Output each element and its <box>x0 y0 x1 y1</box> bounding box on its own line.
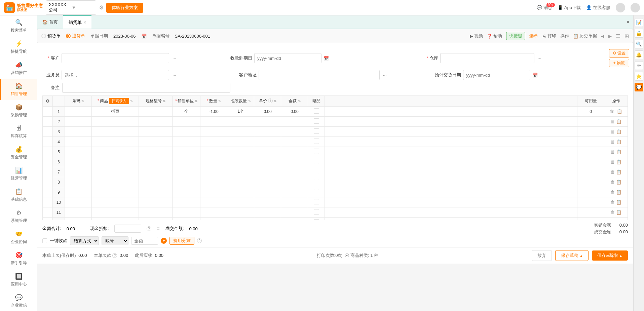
app-center-icon: 🔲 <box>15 273 23 280</box>
action-history[interactable]: 📋 历史单据 <box>573 33 597 39</box>
settings-icon[interactable]: ⚙ <box>99 4 104 11</box>
expected-date-input[interactable] <box>463 70 530 80</box>
sidebar-item-marketing[interactable]: 📣 营销推广 <box>0 58 37 79</box>
avatar2[interactable] <box>631 3 640 12</box>
tab-close-icon[interactable]: × <box>84 20 86 25</box>
company-selector[interactable]: XXXXXX公司 ▼ <box>46 0 96 15</box>
online-service-item[interactable]: 👤 在线客服 <box>586 5 610 11</box>
settings-side-button[interactable]: ⚙ 设置 <box>609 49 629 57</box>
wechat-icon: 💬 <box>15 294 23 301</box>
note-input[interactable] <box>62 83 230 93</box>
salesperson-input[interactable] <box>62 70 169 80</box>
action-select[interactable]: 选单 <box>529 33 538 39</box>
sidebar-item-purchase[interactable]: 📦 采购管理 <box>0 100 37 121</box>
tab-sales-order[interactable]: 销货单 × <box>63 15 91 29</box>
avatar[interactable] <box>616 3 625 12</box>
th-settings[interactable]: ⚙ <box>43 96 53 107</box>
view-list-icon[interactable]: ☰ <box>616 33 620 39</box>
product-type-icon[interactable]: ☉ <box>345 253 349 258</box>
trial-button[interactable]: 体验行业方案 <box>106 3 143 13</box>
action-help[interactable]: ❓ 帮助 <box>487 33 502 39</box>
salesperson-dots-icon[interactable]: ··· <box>171 73 178 78</box>
row1-product[interactable]: 拆页 <box>92 107 139 117</box>
message-item[interactable]: 💬 消息 99+ <box>537 5 552 11</box>
right-panel-btn-7[interactable]: 💬 <box>635 83 643 91</box>
save-draft-button[interactable]: 保存草稿 ▲ <box>555 250 589 261</box>
customer-input[interactable] <box>62 53 169 63</box>
payment-account-select[interactable]: 账号 <box>102 236 128 245</box>
sidebar-item-app[interactable]: 🔲 应用中心 <box>0 269 37 290</box>
right-panel-btn-2[interactable]: 🔒 <box>635 29 643 38</box>
th-qty: *数量 ⇅ <box>200 96 227 107</box>
row1-delete-btn[interactable]: 🗑 <box>609 108 615 115</box>
draft-arrow-icon[interactable]: ▲ <box>580 254 583 258</box>
sidebar-item-inventory[interactable]: 🗄 库存核算 <box>0 121 37 142</box>
row1-gift[interactable] <box>308 107 325 117</box>
abandon-button[interactable]: 放弃 <box>532 250 552 261</box>
add-payment-button[interactable]: + <box>161 238 167 244</box>
due-date-label: 收款到期日 <box>230 55 252 61</box>
cash-discount-input[interactable] <box>114 225 141 233</box>
nav-next-icon[interactable]: ▶ <box>608 34 612 39</box>
logistics-button[interactable]: + 物流 <box>609 59 629 67</box>
action-op[interactable]: 操作 <box>560 33 569 39</box>
one-click-checkbox[interactable] <box>42 238 47 243</box>
row1-unit[interactable]: 个 <box>173 107 200 117</box>
radio-return-label: 退货单 <box>72 33 85 39</box>
fee-split-button[interactable]: 费用分摊 <box>169 237 194 245</box>
row1-qty[interactable]: -1.00 <box>200 107 227 117</box>
due-date-input[interactable] <box>254 53 321 63</box>
footer-left: 本单上欠(保存时) 0.00 本单欠款 ? 0.00 此后应收 0.00 <box>42 252 163 259</box>
save-new-arrow-icon[interactable]: ▲ <box>619 254 622 258</box>
address-input[interactable] <box>259 70 380 80</box>
radio-sales[interactable]: 销货单 <box>41 33 61 39</box>
scan-button[interactable]: 扫码录入 <box>109 98 129 104</box>
sidebar-item-basic[interactable]: 📋 基础信息 <box>0 185 37 206</box>
table-row: 8 <box>43 177 628 187</box>
row1-copy-btn[interactable]: 📋 <box>616 108 623 115</box>
action-shortcut[interactable]: 快捷键 <box>506 32 525 40</box>
sidebar-item-wechat[interactable]: 💬 企业微信 <box>0 290 37 311</box>
calendar-icon[interactable]: 📅 <box>141 34 147 39</box>
sidebar-item-management[interactable]: 📊 经营管理 <box>0 163 37 185</box>
radio-return[interactable]: 退货单 <box>66 33 85 39</box>
row1-amount[interactable]: 0.00 <box>281 107 308 117</box>
close-all-icon[interactable]: ✕ <box>626 20 630 25</box>
right-panel-btn-3[interactable]: 🔍 <box>635 40 643 48</box>
row1-spec[interactable] <box>139 107 173 117</box>
save-new-button[interactable]: 保存&新增 ▲ <box>592 250 628 261</box>
table-wrapper[interactable]: ⚙ 条码 ⇅ *商品 扫码录入 ⇅ <box>42 95 628 220</box>
customer-dots-icon[interactable]: ··· <box>171 56 178 61</box>
right-panel-btn-4[interactable]: 🔔 <box>635 50 643 59</box>
th-price: 单价 i ⇅ <box>254 96 281 107</box>
action-video[interactable]: ▶ 视频 <box>470 33 483 39</box>
sidebar-item-guide[interactable]: 🎯 新手引导 <box>0 248 37 269</box>
sidebar-item-system[interactable]: ⚙ 系统管理 <box>0 206 37 227</box>
expected-date-calendar-icon[interactable]: 📅 <box>532 73 538 78</box>
discount-info-icon[interactable]: ? <box>147 226 151 231</box>
fee-info-icon[interactable]: ? <box>197 238 202 243</box>
sidebar-item-sales[interactable]: 🏠 销售管理 <box>0 79 37 100</box>
nav-prev-icon[interactable]: ◀ <box>601 34 604 39</box>
payment-amount-input[interactable] <box>131 237 158 245</box>
due-date-calendar-icon[interactable]: 📅 <box>324 56 329 61</box>
address-dots-icon[interactable]: ··· <box>382 73 388 78</box>
right-panel-btn-5[interactable]: ✏ <box>635 61 643 70</box>
sidebar-item-search[interactable]: 🔍 搜索菜单 <box>0 15 37 37</box>
right-panel-btn-1[interactable]: 📝 <box>635 18 643 27</box>
right-panel-btn-6[interactable]: ⭐ <box>635 72 643 81</box>
warehouse-input[interactable]: 建材仓 <box>440 53 534 63</box>
payment-method-select[interactable]: 结算方式 <box>70 236 99 245</box>
row1-barcode[interactable] <box>65 107 92 117</box>
sidebar-item-enterprise[interactable]: 🤝 企业协同 <box>0 227 37 248</box>
app-download-item[interactable]: 📱 App下载 <box>558 5 581 11</box>
warehouse-dots-icon[interactable]: ··· <box>536 56 543 61</box>
row1-price[interactable]: 0.00 <box>254 107 281 117</box>
view-grid-icon[interactable]: ⊞ <box>624 33 629 39</box>
row1-packqty[interactable]: 1个 <box>227 107 254 117</box>
form-fields: * 客户 ··· 收款到期日 📅 * 仓库 建材仓 ··· <box>37 46 633 95</box>
sidebar-item-quick[interactable]: ⚡ 快捷导航 <box>0 37 37 58</box>
sidebar-item-finance[interactable]: 💰 资金管理 <box>0 142 37 163</box>
tab-home[interactable]: 🏠 首页 <box>37 15 63 29</box>
action-print[interactable]: 🖨 打印 <box>542 33 556 39</box>
